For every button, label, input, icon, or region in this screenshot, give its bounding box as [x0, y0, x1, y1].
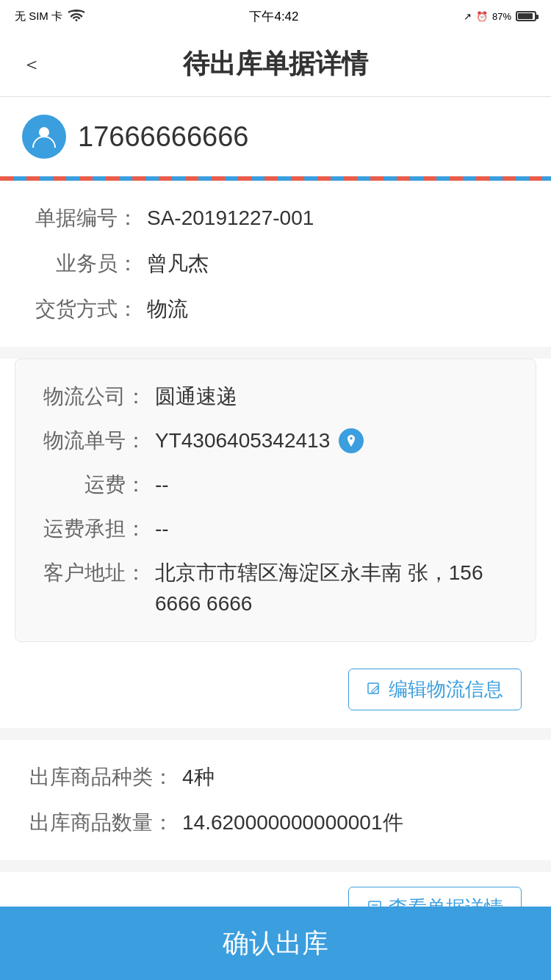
avatar [22, 115, 66, 159]
confirm-outbound-button[interactable]: 确认出库 [0, 907, 551, 980]
nav-bar: ＜ 待出库单据详情 [0, 32, 551, 97]
order-number-label: 单据编号： [29, 203, 147, 234]
location-icon: ↗ [464, 11, 472, 22]
freight-value: -- [155, 469, 514, 500]
logistics-card: 物流公司： 圆通速递 物流单号： YT43064053424​13 运费： -- [15, 359, 536, 642]
wifi-icon [68, 10, 84, 24]
agent-label: 业务员： [29, 248, 147, 279]
address-value: 北京市市辖区海淀区永丰南 张，156 6666 6666 [155, 558, 514, 619]
freight-bearer-label: 运费承担： [37, 514, 155, 544]
edit-btn-container: 编辑物流信息 [0, 654, 551, 728]
freight-bearer-value: -- [155, 514, 514, 544]
track-location-icon[interactable] [339, 428, 364, 453]
confirm-outbound-label: 确认出库 [223, 926, 328, 962]
order-number-row: 单据编号： SA-20191227-001 [29, 203, 522, 234]
order-number-value: SA-20191227-001 [147, 203, 522, 234]
quantity-value: 14.620000000000001件 [182, 807, 522, 838]
edit-icon [367, 682, 383, 698]
edit-logistics-button[interactable]: 编辑物流信息 [348, 669, 522, 710]
freight-row: 运费： -- [37, 469, 514, 500]
address-row: 客户地址： 北京市市辖区海淀区永丰南 张，156 6666 6666 [37, 558, 514, 619]
category-row: 出库商品种类： 4种 [29, 762, 522, 793]
company-row: 物流公司： 圆通速递 [37, 381, 514, 412]
battery-text: 87% [492, 11, 511, 22]
battery-icon [516, 11, 536, 21]
edit-logistics-label: 编辑物流信息 [389, 677, 503, 702]
page-title: 待出库单据详情 [183, 46, 368, 82]
delivery-value: 物流 [147, 294, 522, 325]
summary-section: 出库商品种类： 4种 出库商品数量： 14.620000000000001件 [0, 740, 551, 860]
basic-info-section: 单据编号： SA-20191227-001 业务员： 曾凡杰 交货方式： 物流 [0, 181, 551, 347]
tracking-label: 物流单号： [37, 425, 155, 456]
company-value: 圆通速递 [155, 381, 514, 412]
svg-point-0 [39, 127, 49, 137]
status-time: 下午4:42 [249, 8, 298, 25]
delivery-row: 交货方式： 物流 [29, 294, 522, 325]
delivery-label: 交货方式： [29, 294, 147, 325]
quantity-label: 出库商品数量： [29, 807, 182, 838]
carrier-text: 无 SIM 卡 [15, 10, 62, 24]
freight-label: 运费： [37, 469, 155, 500]
status-bar: 无 SIM 卡 下午4:42 ↗ ⏰ 87% [0, 0, 551, 32]
user-header: 17666666666 [0, 97, 551, 176]
tracking-value: YT43064053424​13 [155, 425, 514, 456]
section-divider [0, 728, 551, 740]
freight-bearer-row: 运费承担： -- [37, 514, 514, 544]
status-right: ↗ ⏰ 87% [464, 11, 536, 22]
tracking-number: YT43064053424​13 [155, 425, 330, 456]
alarm-icon: ⏰ [476, 11, 488, 22]
svg-rect-1 [368, 683, 378, 693]
agent-row: 业务员： 曾凡杰 [29, 248, 522, 279]
back-button[interactable]: ＜ [15, 44, 48, 84]
agent-value: 曾凡杰 [147, 248, 522, 279]
tracking-row: 物流单号： YT43064053424​13 [37, 425, 514, 456]
status-left: 无 SIM 卡 [15, 10, 84, 24]
user-phone: 17666666666 [78, 121, 248, 153]
category-value: 4种 [182, 762, 522, 793]
address-label: 客户地址： [37, 558, 155, 588]
company-label: 物流公司： [37, 381, 155, 412]
quantity-row: 出库商品数量： 14.620000000000001件 [29, 807, 522, 838]
category-label: 出库商品种类： [29, 762, 182, 793]
